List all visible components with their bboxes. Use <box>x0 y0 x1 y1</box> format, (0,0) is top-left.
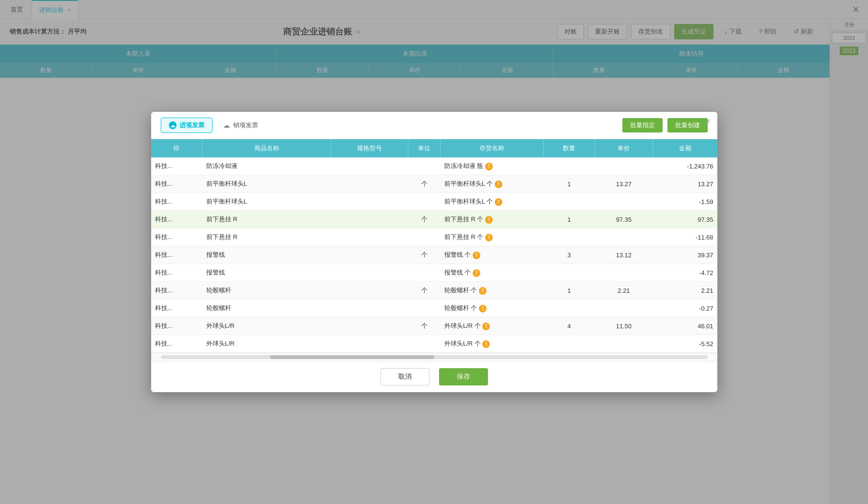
table-cell <box>331 282 408 300</box>
table-header-row: 你 商品名称 规格型号 单位 存货名称 数量 单价 金额 <box>151 139 717 157</box>
table-cell: -1,243.76 <box>653 157 717 175</box>
table-cell <box>595 264 653 282</box>
table-cell: 1 <box>543 282 595 300</box>
table-row[interactable]: 科技...外球头L/R外球头L/R 个 !-5.52 <box>151 335 717 353</box>
warn-icon: ! <box>482 323 490 330</box>
table-cell: 报警线 <box>202 264 331 282</box>
table-cell: 11.50 <box>595 317 653 335</box>
dialog-close-button[interactable]: × <box>705 117 711 127</box>
dialog-header: ☁ 进项发票 ☁ 销项发票 批量指定 批量创建 × <box>151 112 717 139</box>
table-cell: 防冻冷却液 瓶 ! <box>440 157 544 175</box>
warn-icon: ! <box>473 269 480 277</box>
warn-icon: ! <box>485 216 493 224</box>
table-row[interactable]: 科技...前下悬挂 R个前下悬挂 R 个 !197.3597.35 <box>151 211 717 228</box>
batch-create-button[interactable]: 批量创建 <box>667 118 708 132</box>
table-cell: 13.27 <box>595 175 653 193</box>
table-cell: 科技... <box>151 193 202 211</box>
table-cell <box>408 300 440 317</box>
table-cell: 轮毂螺杆 <box>202 300 331 317</box>
table-row[interactable]: 科技...轮毂螺杆个轮毂螺杆 个 !12.212.21 <box>151 282 717 300</box>
table-cell: 科技... <box>151 335 202 353</box>
table-row[interactable]: 科技...防冻冷却液防冻冷却液 瓶 !-1,243.76 <box>151 157 717 175</box>
warn-icon: ! <box>479 287 487 295</box>
table-row[interactable]: 科技...前平衡杆球头L前平衡杆球头L 个 !-1.59 <box>151 193 717 211</box>
table-cell <box>408 157 440 175</box>
save-button[interactable]: 保存 <box>439 368 488 385</box>
table-cell: -1.59 <box>653 193 717 211</box>
dialog: ☁ 进项发票 ☁ 销项发票 批量指定 批量创建 × 你 商品名称 规格型号 <box>151 112 717 392</box>
warn-icon: ! <box>473 252 480 259</box>
table-cell: 外球头L/R <box>202 317 331 335</box>
dialog-table-body: 科技...防冻冷却液防冻冷却液 瓶 !-1,243.76科技...前平衡杆球头L… <box>151 157 717 353</box>
warn-icon: ! <box>485 234 493 241</box>
col-amount-header: 金额 <box>653 139 717 157</box>
table-cell: 前平衡杆球头L <box>202 175 331 193</box>
cancel-button[interactable]: 取消 <box>380 368 429 385</box>
batch-assign-button[interactable]: 批量指定 <box>622 118 663 132</box>
table-row[interactable]: 科技...外球头L/R个外球头L/R 个 !411.5046.01 <box>151 317 717 335</box>
col-name-header: 你 <box>151 139 202 157</box>
warn-icon: ! <box>485 163 493 170</box>
warn-icon: ! <box>495 180 502 188</box>
table-cell <box>408 193 440 211</box>
table-cell: -4.72 <box>653 264 717 282</box>
table-cell: -0.27 <box>653 300 717 317</box>
dialog-table-wrap: 你 商品名称 规格型号 单位 存货名称 数量 单价 金额 科技...防冻冷却液防… <box>151 139 717 353</box>
table-cell <box>595 335 653 353</box>
table-row[interactable]: 科技...报警线个报警线 个 !313.1239.37 <box>151 246 717 264</box>
table-cell <box>331 193 408 211</box>
tab-in-button[interactable]: ☁ 进项发票 <box>161 118 213 133</box>
table-cell <box>543 157 595 175</box>
table-row[interactable]: 科技...轮毂螺杆轮毂螺杆 个 !-0.27 <box>151 300 717 317</box>
table-cell: 外球头L/R 个 ! <box>440 335 544 353</box>
table-cell <box>408 264 440 282</box>
table-cell <box>331 211 408 228</box>
table-cell: 个 <box>408 211 440 228</box>
table-cell: 46.01 <box>653 317 717 335</box>
table-cell <box>331 228 408 246</box>
table-cell: 4 <box>543 317 595 335</box>
scroll-bar-wrap <box>151 353 717 361</box>
table-cell: 科技... <box>151 282 202 300</box>
table-cell: 外球头L/R <box>202 335 331 353</box>
table-cell: 科技... <box>151 264 202 282</box>
col-qty-header: 数量 <box>543 139 595 157</box>
table-cell: 外球头L/R 个 ! <box>440 317 544 335</box>
table-cell <box>331 300 408 317</box>
table-cell: 科技... <box>151 175 202 193</box>
table-cell <box>331 335 408 353</box>
table-cell: 报警线 个 ! <box>440 246 544 264</box>
table-cell: 科技... <box>151 317 202 335</box>
table-cell: 防冻冷却液 <box>202 157 331 175</box>
table-cell: 97.35 <box>595 211 653 228</box>
table-cell: 前平衡杆球头L 个 ! <box>440 193 544 211</box>
col-stock-header: 存货名称 <box>440 139 544 157</box>
table-cell: 科技... <box>151 211 202 228</box>
table-cell: 报警线 个 ! <box>440 264 544 282</box>
table-cell <box>331 246 408 264</box>
table-cell: 1 <box>543 175 595 193</box>
table-row[interactable]: 科技...前下悬挂 R前下悬挂 R 个 !-11.68 <box>151 228 717 246</box>
table-cell: 个 <box>408 246 440 264</box>
scroll-bar[interactable] <box>161 355 708 359</box>
tab-out-button[interactable]: ☁ 销项发票 <box>214 118 266 133</box>
table-cell <box>543 228 595 246</box>
table-cell: 13.27 <box>653 175 717 193</box>
warn-icon: ! <box>479 305 487 312</box>
table-cell: 报警线 <box>202 246 331 264</box>
table-cell <box>408 335 440 353</box>
table-cell <box>331 157 408 175</box>
table-row[interactable]: 科技...报警线报警线 个 !-4.72 <box>151 264 717 282</box>
table-cell <box>595 193 653 211</box>
tab-in-label: 进项发票 <box>179 121 204 130</box>
table-cell <box>408 228 440 246</box>
scroll-thumb[interactable] <box>270 355 434 359</box>
table-row[interactable]: 科技...前平衡杆球头L个前平衡杆球头L 个 !113.2713.27 <box>151 175 717 193</box>
table-cell <box>543 193 595 211</box>
table-cell: 39.37 <box>653 246 717 264</box>
table-cell: 前下悬挂 R 个 ! <box>440 228 544 246</box>
table-cell: 科技... <box>151 228 202 246</box>
warn-icon: ! <box>482 340 490 348</box>
col-spec-header: 规格型号 <box>331 139 408 157</box>
table-cell: 轮毂螺杆 个 ! <box>440 282 544 300</box>
